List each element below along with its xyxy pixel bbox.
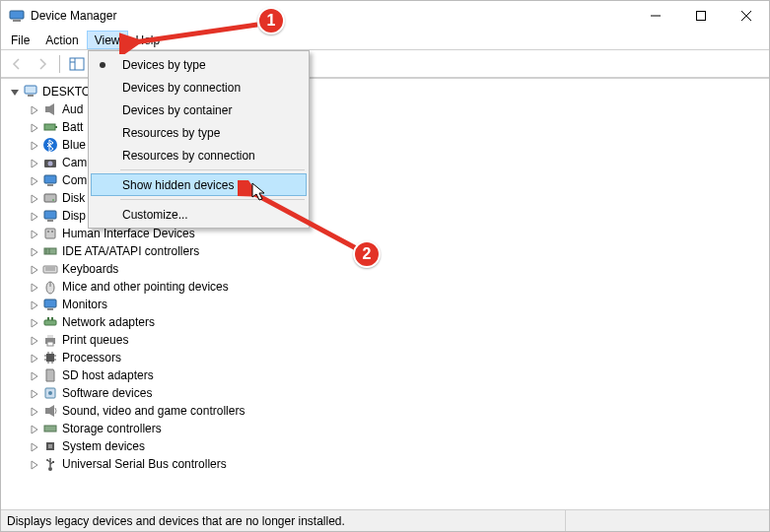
- expand-arrow-icon[interactable]: [29, 192, 40, 204]
- svg-rect-23: [44, 211, 56, 219]
- menu-item-label: Devices by type: [122, 58, 206, 72]
- tree-category-label: Keyboards: [62, 260, 118, 278]
- expand-arrow-icon[interactable]: [29, 210, 40, 222]
- tree-category[interactable]: Network adapters: [29, 313, 769, 331]
- svg-rect-15: [55, 126, 57, 128]
- menu-item-label: Customize...: [122, 208, 188, 222]
- expand-arrow-icon[interactable]: [29, 369, 40, 381]
- expand-arrow-icon[interactable]: [29, 334, 40, 346]
- tree-category[interactable]: Mice and other pointing devices: [29, 278, 769, 296]
- menu-file[interactable]: File: [3, 31, 37, 49]
- svg-rect-58: [48, 444, 52, 448]
- menu-show-hidden-devices[interactable]: Show hidden devices: [91, 173, 307, 196]
- tree-category[interactable]: System devices: [29, 437, 769, 455]
- mouse-icon: [42, 279, 58, 295]
- printer-icon: [42, 332, 58, 348]
- back-button[interactable]: [5, 53, 29, 75]
- menu-devices-by-connection[interactable]: Devices by connection: [91, 76, 307, 99]
- maximize-button[interactable]: [678, 1, 724, 31]
- expand-arrow-icon[interactable]: [29, 174, 40, 186]
- tree-category-label: Cam: [62, 154, 87, 171]
- tree-category-label: Network adapters: [62, 313, 155, 331]
- menu-item-label: Resources by type: [122, 126, 220, 140]
- menu-resources-by-connection[interactable]: Resources by connection: [91, 144, 307, 166]
- tree-category[interactable]: Sound, video and game controllers: [29, 402, 769, 420]
- sd-icon: [42, 367, 58, 383]
- menu-customize[interactable]: Customize...: [91, 203, 307, 226]
- status-separator: [565, 510, 566, 531]
- svg-point-27: [51, 231, 53, 233]
- expand-arrow-icon[interactable]: [29, 316, 40, 328]
- tree-category-label: Universal Serial Bus controllers: [62, 455, 227, 473]
- tree-category-label: Print queues: [62, 331, 128, 349]
- monitor-icon: [42, 297, 58, 312]
- menu-item-label: Show hidden devices: [122, 178, 234, 192]
- expand-arrow-icon[interactable]: [29, 458, 40, 470]
- expand-arrow-icon[interactable]: [29, 299, 40, 310]
- svg-rect-19: [44, 175, 56, 183]
- bluetooth-icon: [42, 137, 58, 153]
- hid-icon: [42, 226, 58, 241]
- tree-category-label: Disp: [62, 207, 86, 225]
- tree-category[interactable]: Software devices: [29, 384, 769, 402]
- menu-item-label: Resources by connection: [122, 149, 255, 163]
- svg-rect-44: [46, 354, 54, 362]
- svg-point-54: [48, 391, 52, 395]
- svg-rect-55: [45, 408, 49, 414]
- annotation-badge-1: 1: [257, 7, 285, 34]
- usb-icon: [42, 456, 58, 472]
- expand-arrow-icon[interactable]: [29, 263, 40, 275]
- expand-arrow-icon[interactable]: [29, 121, 40, 133]
- tree-category-label: Processors: [62, 349, 121, 366]
- svg-rect-21: [44, 194, 56, 202]
- menu-item-label: Devices by container: [122, 103, 232, 117]
- menu-devices-by-type[interactable]: Devices by type: [91, 53, 307, 76]
- expand-arrow-icon[interactable]: [29, 103, 40, 115]
- menu-help[interactable]: Help: [128, 31, 169, 49]
- expand-arrow-icon[interactable]: [29, 387, 40, 399]
- menu-item-label: Devices by connection: [122, 81, 241, 95]
- title-bar: Device Manager: [1, 1, 769, 31]
- expand-arrow-icon[interactable]: [29, 245, 40, 257]
- display-icon: [42, 208, 58, 224]
- view-dropdown-menu: Devices by type Devices by connection De…: [88, 50, 310, 229]
- tree-category-label: SD host adapters: [62, 366, 154, 384]
- tree-category[interactable]: IDE ATA/ATAPI controllers: [29, 242, 769, 260]
- menu-view[interactable]: View: [87, 31, 128, 49]
- tree-category-label: Storage controllers: [62, 420, 162, 437]
- menu-devices-by-container[interactable]: Devices by container: [91, 99, 307, 121]
- tree-category[interactable]: Storage controllers: [29, 420, 769, 437]
- expand-arrow-icon[interactable]: [29, 423, 40, 434]
- expand-arrow-icon[interactable]: [29, 157, 40, 168]
- svg-rect-38: [44, 320, 56, 325]
- tree-category[interactable]: Universal Serial Bus controllers: [29, 455, 769, 473]
- tree-category[interactable]: Print queues: [29, 331, 769, 349]
- annotation-badge-2: 2: [353, 240, 381, 268]
- tree-category[interactable]: Keyboards: [29, 260, 769, 278]
- svg-rect-36: [44, 299, 56, 307]
- svg-rect-40: [51, 317, 53, 320]
- forward-button[interactable]: [31, 53, 54, 75]
- close-button[interactable]: [724, 1, 769, 31]
- show-hide-tree-button[interactable]: [65, 53, 89, 75]
- svg-rect-12: [28, 95, 34, 97]
- expand-arrow-icon[interactable]: [29, 281, 40, 293]
- expand-arrow-icon[interactable]: [29, 405, 40, 417]
- tree-category[interactable]: Processors: [29, 349, 769, 366]
- collapse-arrow-icon[interactable]: [9, 86, 21, 98]
- expand-arrow-icon[interactable]: [29, 352, 40, 364]
- expand-arrow-icon[interactable]: [29, 139, 40, 151]
- tree-category[interactable]: SD host adapters: [29, 366, 769, 384]
- expand-arrow-icon[interactable]: [29, 440, 40, 452]
- tree-category-label: Batt: [62, 118, 83, 136]
- menu-resources-by-type[interactable]: Resources by type: [91, 121, 307, 144]
- minimize-button[interactable]: [633, 1, 678, 31]
- svg-rect-24: [47, 220, 53, 222]
- tree-category-label: Monitors: [62, 296, 107, 313]
- tree-category[interactable]: Monitors: [29, 296, 769, 313]
- expand-arrow-icon[interactable]: [29, 228, 40, 239]
- toolbar-separator: [59, 55, 60, 73]
- menu-bar: File Action View Help: [1, 31, 769, 50]
- menu-action[interactable]: Action: [37, 31, 86, 49]
- system-icon: [42, 438, 58, 454]
